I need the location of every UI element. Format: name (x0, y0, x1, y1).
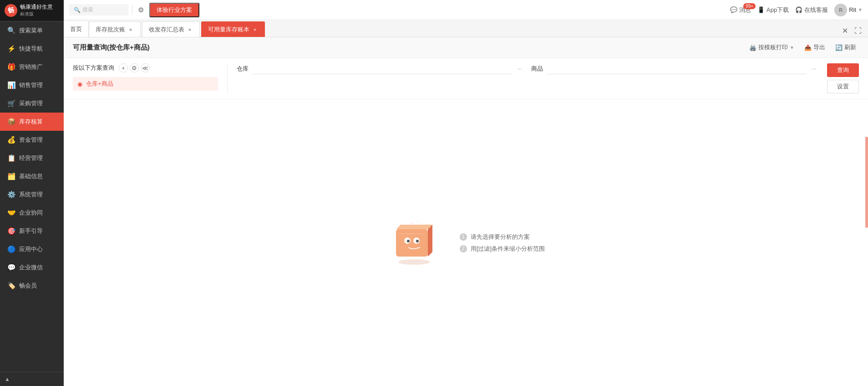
sidebar-item-label: 库存核算 (19, 118, 43, 126)
tip-2-text: 用[过滤]条件来缩小分析范围 (471, 245, 545, 253)
empty-tip-1: 1 请先选择要分析的方案 (460, 233, 545, 241)
sidebar-item-label: 系统管理 (19, 190, 43, 199)
app-download-button[interactable]: 📱 App下载 (757, 6, 789, 14)
app-icon: 📱 (757, 6, 765, 13)
print-button[interactable]: 🖨️ 按模板打印 ▼ (746, 42, 797, 53)
message-button[interactable]: 💬 消息 99+ (730, 6, 751, 14)
tab-batch-ledger-close[interactable]: × (127, 26, 134, 33)
sidebar-item-purchase[interactable]: 🛒 采购管理 (0, 94, 64, 113)
topbar-search-bar[interactable]: 🔍 搜索 (69, 4, 128, 15)
tab-collect-summary[interactable]: 收发存汇总表 × (142, 21, 200, 37)
product-more-btn[interactable]: ··· (810, 65, 818, 73)
query-button[interactable]: 查询 (827, 63, 859, 77)
sidebar: 畅 畅康通好生意 标准版 🔍 搜索菜单 ⚡ 快捷导航 🎁 营销推广 📊 销售管理… (0, 0, 64, 386)
topbar-divider-1 (132, 5, 132, 15)
svg-point-11 (421, 223, 423, 225)
service-icon: 🎧 (795, 6, 802, 13)
topbar-gear-icon[interactable]: ⚙ (136, 4, 146, 16)
tab-collect-summary-close[interactable]: × (187, 26, 193, 33)
tab-collect-summary-label: 收发存汇总表 (149, 26, 184, 34)
empty-illustration-svg (387, 220, 442, 266)
warehouse-input[interactable] (252, 63, 512, 74)
sidebar-item-finance[interactable]: 💰 资金管理 (0, 131, 64, 149)
manage-scheme-button[interactable]: ⚙ (130, 63, 139, 72)
user-profile[interactable]: R Rit ▼ (834, 4, 863, 16)
filter-fields-panel: 仓库 ··· 商品 ··· (228, 63, 818, 93)
filter-actions: 查询 设置 (818, 63, 859, 93)
content-area: 可用量查询(按仓库+商品) 🖨️ 按模板打印 ▼ 📤 导出 🔄 刷新 (64, 37, 868, 386)
right-scrollbar[interactable] (865, 137, 868, 228)
sidebar-item-marketing[interactable]: 🎁 营销推广 (0, 58, 64, 76)
finance-icon: 💰 (7, 136, 15, 144)
scheme-item-warehouse-product[interactable]: ◉ 仓库+商品 (73, 77, 218, 91)
filter-scheme-label: 按以下方案查询 (73, 64, 114, 72)
filter-scheme-header: 按以下方案查询 + ⚙ ≪ (73, 63, 218, 72)
refresh-button[interactable]: 🔄 刷新 (832, 42, 859, 53)
sidebar-item-shortcut[interactable]: ⚡ 快捷导航 (0, 40, 64, 58)
avatar-initials: R (839, 7, 843, 13)
sidebar-item-inventory[interactable]: 📦 库存核算 (0, 113, 64, 131)
svg-marker-2 (396, 225, 432, 229)
svg-point-6 (407, 240, 410, 242)
topbar-search-icon: 🔍 (74, 7, 81, 13)
tab-batch-ledger[interactable]: 库存批次账 × (89, 21, 141, 37)
username-label: Rit (849, 6, 856, 13)
sidebar-item-search[interactable]: 🔍 搜索菜单 (0, 21, 64, 40)
tab-available-ledger[interactable]: 可用量库存账本 × (201, 21, 265, 37)
sidebar-item-label: 企业微信 (19, 263, 43, 272)
svg-rect-1 (396, 229, 428, 257)
empty-tip-2: 2 用[过滤]条件来缩小分析范围 (460, 245, 545, 253)
export-button[interactable]: 📤 导出 (802, 42, 828, 53)
sidebar-footer[interactable]: ▲ (0, 372, 64, 386)
empty-tips: 1 请先选择要分析的方案 2 用[过滤]条件来缩小分析范围 (460, 233, 545, 253)
sidebar-item-enterprise[interactable]: 🤝 企业协同 (0, 204, 64, 222)
scheme-item-label: 仓库+商品 (86, 80, 113, 88)
warehouse-more-btn[interactable]: ··· (515, 65, 523, 73)
filter-field-product: 商品 ··· (531, 63, 818, 74)
setting-button[interactable]: 设置 (827, 80, 859, 93)
message-icon: 💬 (730, 6, 737, 13)
refresh-icon: 🔄 (835, 44, 843, 51)
sidebar-item-label: 基础信息 (19, 172, 43, 180)
sidebar-item-apps[interactable]: 🔵 应用中心 (0, 240, 64, 258)
marketing-icon: 🎁 (7, 63, 15, 71)
tab-fullscreen-button[interactable]: ⛶ (853, 25, 863, 37)
tab-home[interactable]: 首页 (64, 21, 89, 37)
sidebar-item-basic[interactable]: 🗂️ 基础信息 (0, 167, 64, 185)
svg-point-7 (416, 240, 419, 242)
sidebar-item-member[interactable]: 🏷️ 畅会员 (0, 277, 64, 295)
topbar-right: 💬 消息 99+ 📱 App下载 🎧 在线客服 R Rit ▼ (730, 4, 863, 16)
sidebar-item-label: 搜索菜单 (19, 26, 43, 35)
product-input[interactable] (547, 63, 806, 74)
collapse-scheme-button[interactable]: ≪ (141, 63, 150, 72)
sidebar-item-label: 畅会员 (19, 282, 37, 290)
tip-1-num: 1 (460, 233, 467, 241)
enterprise-icon: 🤝 (7, 209, 15, 217)
product-label: 商品 (531, 65, 543, 73)
filter-area: 按以下方案查询 + ⚙ ≪ ◉ 仓库+商品 仓库 (64, 58, 868, 99)
print-dropdown-icon: ▼ (790, 45, 794, 50)
tab-available-ledger-label: 可用量库存账本 (208, 26, 249, 34)
online-service-button[interactable]: 🎧 在线客服 (795, 6, 828, 14)
filter-field-warehouse: 仓库 ··· (237, 63, 524, 74)
tab-close-all-button[interactable]: ✕ (840, 25, 850, 37)
home-tab-label: 首页 (70, 25, 82, 33)
add-scheme-button[interactable]: + (119, 63, 128, 72)
expand-icon: ▲ (5, 376, 10, 382)
apps-icon: 🔵 (7, 245, 15, 253)
sidebar-item-sales[interactable]: 📊 销售管理 (0, 76, 64, 94)
sidebar-item-wechat[interactable]: 💬 企业微信 (0, 258, 64, 277)
svg-point-0 (398, 259, 430, 265)
avatar: R (834, 4, 847, 16)
trial-button[interactable]: 体验行业方案 (149, 3, 199, 17)
sidebar-item-operation[interactable]: 📋 经营管理 (0, 149, 64, 167)
tabbar: 首页 库存批次账 × 收发存汇总表 × 可用量库存账本 × ✕ ⛶ (64, 20, 868, 37)
basic-icon: 🗂️ (7, 172, 15, 180)
tab-available-ledger-close[interactable]: × (252, 26, 258, 33)
sidebar-item-guide[interactable]: 🎯 新手引导 (0, 222, 64, 240)
sidebar-item-system[interactable]: ⚙️ 系统管理 (0, 185, 64, 204)
export-label: 导出 (813, 43, 825, 51)
empty-illustration (387, 220, 442, 266)
operation-icon: 📋 (7, 154, 15, 162)
brand-name: 畅康通好生意 (20, 4, 53, 11)
